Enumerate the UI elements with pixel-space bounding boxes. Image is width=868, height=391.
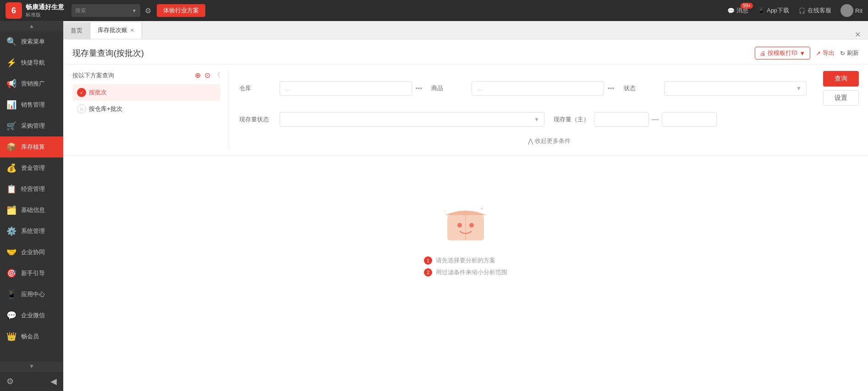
- app-download-label: App下载: [767, 6, 789, 15]
- sidebar-item-apps[interactable]: 📱 应用中心: [0, 284, 63, 305]
- sidebar-label-apps: 应用中心: [21, 290, 45, 299]
- operations-icon: 📋: [6, 184, 16, 194]
- sidebar-item-wechat[interactable]: 💬 企业微信: [0, 305, 63, 326]
- marketing-icon: 📢: [6, 79, 16, 89]
- sidebar-item-vip[interactable]: 👑 畅会员: [0, 326, 63, 347]
- sidebar-item-sales[interactable]: 📊 销售管理: [0, 94, 63, 115]
- sidebar-label-sales: 销售管理: [21, 101, 45, 109]
- svg-point-2: [457, 223, 462, 228]
- sidebar-label-purchase: 采购管理: [21, 122, 45, 130]
- plan-section-label: 按以下方案查询: [72, 71, 114, 80]
- status-label: 状态: [624, 84, 660, 92]
- sidebar-item-collab[interactable]: 🤝 企业协同: [0, 242, 63, 263]
- sidebar-settings-button[interactable]: ⚙: [6, 376, 14, 386]
- tab-close-right-button[interactable]: ✕: [852, 30, 863, 39]
- status-field: 状态 ▼: [624, 81, 807, 96]
- svg-text:✦: ✦: [479, 206, 484, 212]
- svg-point-3: [469, 223, 474, 228]
- refresh-icon: ↻: [840, 50, 845, 57]
- filter-panel: 按以下方案查询 ⊕ ⊙ 《 ✓ 按批次 ○ 按仓库+批次: [63, 65, 868, 156]
- sidebar: ▲ 🔍 搜索菜单 ⚡ 快捷导航 📢 营销推广 📊 销售管理 🛒 采购管理: [0, 21, 63, 391]
- online-service-button[interactable]: 🎧 在线客服: [798, 6, 831, 15]
- avatar: [841, 4, 853, 17]
- stock-qty-max-input[interactable]: [662, 112, 717, 127]
- product-more-icon[interactable]: •••: [608, 85, 615, 92]
- empty-hint-1: 1 请先选择要分析的方案: [424, 256, 507, 265]
- collapse-icon: ⋀: [528, 137, 533, 145]
- plan-actions: ⊕ ⊙ 《: [195, 71, 220, 80]
- column-settings-button[interactable]: 设置: [823, 90, 859, 106]
- settings-icon[interactable]: ⚙: [145, 6, 151, 15]
- stock-qty-min-input[interactable]: [594, 112, 649, 127]
- sidebar-scroll-down[interactable]: ▼: [0, 361, 63, 371]
- search-chevron-icon[interactable]: ▼: [132, 8, 137, 13]
- sidebar-nav: 🔍 搜索菜单 ⚡ 快捷导航 📢 营销推广 📊 销售管理 🛒 采购管理 📦: [0, 31, 63, 361]
- sidebar-scroll-up[interactable]: ▲: [0, 21, 63, 31]
- product-input[interactable]: [472, 81, 604, 96]
- collapse-panel-button[interactable]: 《: [214, 71, 220, 80]
- stock-status-dropdown[interactable]: ▼: [280, 112, 544, 127]
- trial-button[interactable]: 体验行业方案: [157, 4, 205, 17]
- scroll-up-icon[interactable]: ▲: [29, 23, 34, 29]
- sidebar-label-system: 系统管理: [21, 227, 45, 235]
- query-button[interactable]: 查询: [823, 71, 859, 87]
- collapse-more-button[interactable]: ⋀ 收起更多条件: [239, 133, 859, 149]
- empty-svg: ✦ ✦: [438, 192, 493, 247]
- sidebar-item-quick-nav[interactable]: ⚡ 快捷导航: [0, 52, 63, 73]
- sidebar-item-finance[interactable]: 💰 资金管理: [0, 157, 63, 179]
- plan-item-warehouse-batch[interactable]: ○ 按仓库+批次: [72, 101, 220, 117]
- refresh-button[interactable]: ↻ 刷新: [840, 49, 859, 57]
- warehouse-field: 仓库 •••: [239, 81, 422, 96]
- tab-bar: 首页 库存批次账 ✕ ✕: [63, 21, 868, 39]
- tab-close-icon[interactable]: ✕: [130, 27, 134, 33]
- plan-batch-icon: ✓: [77, 88, 86, 97]
- empty-hint-2: 2 用过滤条件来缩小分析范围: [424, 268, 507, 277]
- message-icon: 💬: [727, 7, 735, 14]
- hint1-text: 请先选择要分析的方案: [436, 256, 495, 265]
- printer-icon: 🖨: [760, 50, 766, 57]
- sidebar-item-purchase[interactable]: 🛒 采购管理: [0, 115, 63, 136]
- plan-item-batch[interactable]: ✓ 按批次: [72, 84, 220, 101]
- sidebar-item-marketing[interactable]: 📢 营销推广: [0, 73, 63, 94]
- sidebar-label-operations: 经营管理: [21, 185, 45, 193]
- messages-button[interactable]: 💬 消息 99+: [727, 6, 748, 15]
- tab-inventory-batch[interactable]: 库存批次账 ✕: [90, 22, 142, 39]
- print-button[interactable]: 🖨 按模板打印 ▼: [755, 47, 810, 60]
- add-plan-button[interactable]: ⊕: [195, 71, 201, 80]
- stock-qty-range: —: [594, 112, 859, 127]
- content-area: 首页 库存批次账 ✕ ✕ 现存量查询(按批次) 🖨 按模板打印 ▼: [63, 21, 868, 391]
- stock-status-chevron-icon: ▼: [534, 116, 539, 123]
- sidebar-label-vip: 畅会员: [21, 332, 39, 341]
- search-bar[interactable]: ▼: [71, 4, 140, 17]
- system-icon: ⚙️: [6, 226, 16, 236]
- stock-status-field: 现存量状态 ▼: [239, 112, 544, 127]
- warehouse-input[interactable]: [280, 81, 412, 96]
- app-download-button[interactable]: 📱 App下载: [758, 6, 789, 15]
- scroll-down-icon[interactable]: ▼: [29, 363, 34, 369]
- top-bar-right: 💬 消息 99+ 📱 App下载 🎧 在线客服 Rit: [727, 4, 863, 17]
- quick-nav-icon: ⚡: [6, 58, 16, 68]
- sidebar-item-search[interactable]: 🔍 搜索菜单: [0, 31, 63, 52]
- export-button[interactable]: ↗ 导出: [816, 49, 835, 57]
- plan-warehouse-label: 按仓库+批次: [89, 105, 122, 113]
- app-title: 畅康通好生意 标准版: [26, 3, 64, 18]
- user-avatar-button[interactable]: Rit: [841, 4, 863, 17]
- warehouse-more-icon[interactable]: •••: [416, 85, 423, 92]
- tab-home[interactable]: 首页: [63, 22, 90, 39]
- status-dropdown[interactable]: ▼: [664, 81, 807, 96]
- page-title: 现存量查询(按批次): [72, 48, 144, 59]
- sidebar-item-newbie[interactable]: 🎯 新手引导: [0, 263, 63, 284]
- search-input[interactable]: [75, 7, 130, 14]
- warehouse-field-row: 仓库 •••: [239, 81, 422, 96]
- sidebar-item-operations[interactable]: 📋 经营管理: [0, 179, 63, 200]
- product-field: 商品 •••: [431, 81, 614, 96]
- plan-settings-icon[interactable]: ⊙: [204, 71, 210, 80]
- sidebar-label-basic: 基础信息: [21, 206, 45, 214]
- sidebar-item-basic[interactable]: 🗂️ 基础信息: [0, 200, 63, 221]
- sidebar-item-system[interactable]: ⚙️ 系统管理: [0, 221, 63, 242]
- basic-icon: 🗂️: [6, 205, 16, 215]
- sidebar-collapse-button[interactable]: ◀: [50, 376, 57, 386]
- print-label: 按模板打印: [768, 49, 797, 57]
- sidebar-item-inventory[interactable]: 📦 库存核算: [0, 136, 63, 157]
- sales-icon: 📊: [6, 100, 16, 110]
